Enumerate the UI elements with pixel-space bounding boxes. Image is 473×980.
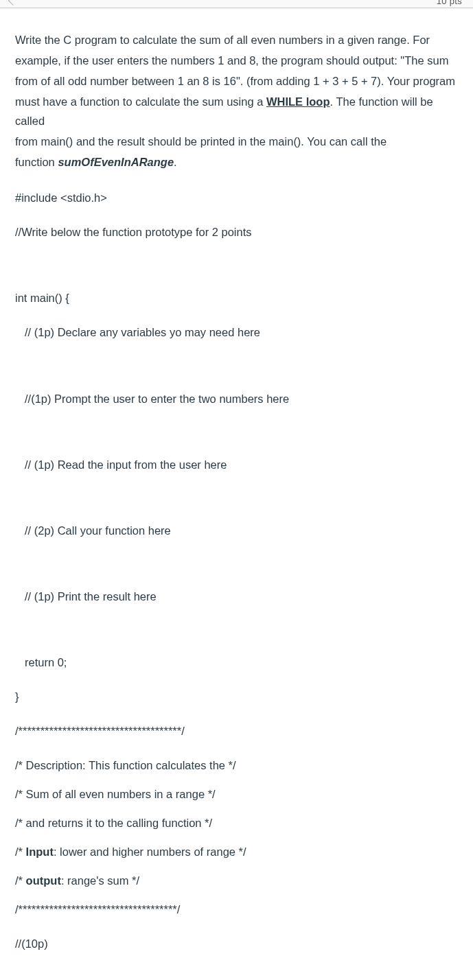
code-line: return 0; (15, 653, 458, 672)
code-line: // (1p) Read the input from the user her… (15, 455, 458, 474)
code-line: /************************************/ (15, 900, 458, 919)
underline-bold: WHILE loop (266, 95, 330, 108)
text-line: example, if the user enters the numbers … (15, 51, 458, 70)
prompt-paragraph: Write the C program to calculate the sum… (15, 30, 458, 172)
code-line: /* and returns it to the calling functio… (15, 813, 458, 832)
code-line: /*************************************/ (15, 721, 458, 740)
code-line: } (15, 687, 458, 706)
bold-text: Input (26, 845, 54, 858)
text-span: must have a function to calculate the su… (15, 95, 266, 108)
code-line: // (1p) Print the result here (15, 587, 458, 606)
code-line: //(1p) Prompt the user to enter the two … (15, 389, 458, 408)
question-body: Write the C program to calculate the sum… (0, 8, 473, 967)
top-divider: 10 pts (0, 0, 473, 8)
text-span: /* (15, 874, 26, 887)
text-span: . (174, 156, 177, 168)
bold-text: output (26, 874, 61, 887)
chevron-left-icon (8, 0, 18, 5)
text-line: from main() and the result should be pri… (15, 132, 458, 151)
text-span: /* (15, 845, 26, 858)
text-line: must have a function to calculate the su… (15, 92, 458, 130)
code-line: // (1p) Declare any variables yo may nee… (15, 323, 458, 342)
code-line: //(10p) (15, 934, 458, 953)
bold-italic: sumOfEvenInARange (58, 156, 174, 168)
code-line: /* output: range's sum */ (15, 871, 458, 890)
text-line: function sumOfEvenInARange. (15, 152, 458, 172)
code-line: #include <stdio.h> (15, 188, 458, 207)
code-line: //Write below the function prototype for… (15, 222, 458, 242)
code-line: // (2p) Call your function here (15, 521, 458, 540)
points-label: 10 pts (437, 0, 462, 6)
text-line: Write the C program to calculate the sum… (15, 30, 458, 49)
text-line: from of all odd number between 1 an 8 is… (15, 71, 458, 91)
code-line: int main() { (15, 288, 458, 307)
text-span: function (15, 156, 58, 168)
text-span: : range's sum */ (61, 874, 139, 887)
code-line: /* Description: This function calculates… (15, 756, 458, 775)
code-line: /* Sum of all even numbers in a range */ (15, 784, 458, 804)
code-line: /* Input: lower and higher numbers of ra… (15, 842, 458, 861)
text-span: : lower and higher numbers of range */ (54, 845, 246, 858)
